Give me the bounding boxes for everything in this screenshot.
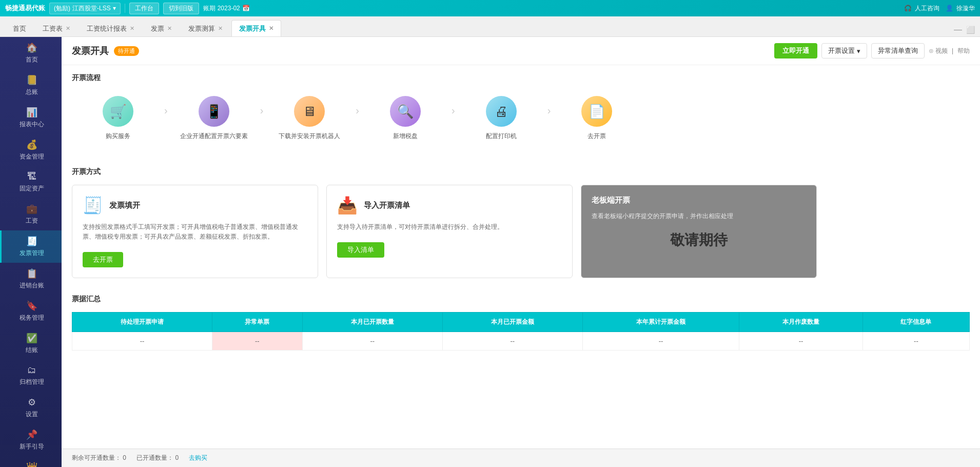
flow-step-issue-invoice[interactable]: 📄 去开票: [551, 96, 643, 141]
flow-step-download-robot[interactable]: 🖥 下载并安装开票机器人: [263, 96, 356, 141]
company-selector[interactable]: (勉励) 江西股堂-LSS ▾: [49, 3, 121, 14]
summary-table: 待处理开票申请 异常单票 本月已开票数量 本月已开票金额 本年累计开票金额 本月…: [72, 312, 970, 351]
cell-year-amt: --: [582, 332, 739, 351]
tab-invoice-calc-label: 发票测算: [188, 24, 215, 33]
flow-step-add-tax-disk[interactable]: 🔍 新增税盘: [359, 96, 452, 141]
headset-icon: 🎧: [904, 5, 912, 12]
sidebar-item-tax[interactable]: 🔖 税务管理: [0, 295, 62, 327]
assets-icon: 🏗: [27, 171, 36, 182]
buy-link[interactable]: 去购买: [189, 454, 207, 462]
sidebar-item-assets[interactable]: 🏗 固定资产: [0, 166, 62, 198]
tab-salary-report[interactable]: 工资统计报表 ✕: [79, 20, 142, 36]
sidebar-item-guide[interactable]: 📌 新手引导: [0, 424, 62, 456]
tab-salary-report-close[interactable]: ✕: [130, 25, 134, 32]
flow-step-config-printer[interactable]: 🖨 配置打印机: [455, 96, 547, 141]
sidebar-item-salary[interactable]: 💼 工资: [0, 198, 62, 230]
tab-invoice-calc[interactable]: 发票测算 ✕: [181, 20, 230, 36]
member-icon: 👑: [26, 461, 37, 467]
tab-bar: 首页 工资表 ✕ 工资统计报表 ✕ 发票 ✕ 发票测算 ✕ 发票开具 ✕ — ⬜: [0, 16, 980, 37]
abnormal-query-button[interactable]: 异常清单查询: [871, 43, 925, 59]
sidebar-item-home-label: 首页: [26, 55, 38, 64]
flow-arrow-1: ›: [164, 105, 168, 116]
go-issue-button[interactable]: 去开票: [83, 252, 123, 267]
tab-salary-report-label: 工资统计报表: [87, 24, 127, 33]
sidebar-item-fund[interactable]: 💰 资金管理: [0, 134, 62, 166]
flow-step-config-enterprise[interactable]: 📱 企业开通配置开票六要素: [168, 96, 260, 141]
tab-home-label: 首页: [13, 24, 26, 33]
tab-salary-table-close[interactable]: ✕: [66, 25, 70, 32]
flow-step-buy-service[interactable]: 🛒 购买服务: [72, 96, 164, 141]
import-list-button[interactable]: 导入清单: [337, 242, 384, 258]
user-icon: 👤: [946, 5, 953, 12]
sidebar-item-report-label: 报表中心: [19, 120, 44, 129]
cell-pending: --: [72, 332, 212, 351]
app-logo: 畅捷通易代账: [5, 4, 45, 13]
cell-void-qty: --: [739, 332, 863, 351]
sidebar-item-archive-label: 归档管理: [19, 378, 44, 386]
config-printer-icon: 🖨: [486, 96, 517, 127]
sidebar-item-archive[interactable]: 🗂 归档管理: [0, 360, 62, 392]
tab-invoice-calc-close[interactable]: ✕: [218, 25, 223, 32]
summary-title: 票据汇总: [72, 295, 970, 304]
sidebar-item-report[interactable]: 📊 报表中心: [0, 102, 62, 134]
sidebar-item-member[interactable]: 👑 畅会员: [0, 456, 62, 467]
tab-restore-icon[interactable]: ⬜: [966, 26, 975, 34]
company-dropdown-icon: ▾: [113, 5, 116, 12]
open-now-button[interactable]: 立即开通: [774, 43, 817, 59]
sidebar-item-checkout[interactable]: ✅ 结账: [0, 327, 62, 360]
buy-service-label: 购买服务: [106, 132, 130, 141]
opened-label: 已开通数量： 0: [136, 454, 179, 462]
page-actions: 立即开通 开票设置 ▾ 异常清单查询 ⊙ 视频 | 帮助: [774, 43, 970, 59]
manual-title: 发票填开: [109, 201, 140, 210]
table-row: -- -- -- -- -- -- --: [72, 332, 970, 351]
tab-invoice-label: 发票: [151, 24, 164, 33]
sidebar-item-ledger[interactable]: 📒 总账: [0, 69, 62, 102]
workspace-button[interactable]: 工作台: [129, 3, 159, 14]
cell-month-qty: --: [302, 332, 442, 351]
settings-icon: ⚙: [28, 397, 36, 408]
methods-section: 开票方式 🧾 发票填开 支持按照发票格式手工填写开发票；可开具增值税电子普通发票…: [62, 159, 980, 286]
top-bar-left: 畅捷通易代账 (勉励) 江西股堂-LSS ▾ 工作台 切到旧版 账期 2023-…: [5, 3, 250, 14]
guide-icon: 📌: [26, 429, 37, 440]
fund-icon: 💰: [26, 139, 37, 150]
sidebar-item-invoice-mgmt[interactable]: 🧾 发票管理: [0, 230, 62, 263]
manual-desc: 支持按照发票格式手工填写开发票；可开具增值税电子普通发票、增值税普通发票、增值税…: [83, 222, 307, 242]
help-video-icon[interactable]: ⊙ 视频: [929, 47, 948, 55]
sidebar: 🏠 首页 📒 总账 📊 报表中心 💰 资金管理 🏗 固定资产 💼 工资 🧾 发票…: [0, 37, 62, 467]
issue-invoice-label: 去开票: [587, 132, 606, 141]
user-profile[interactable]: 👤 徐漩华: [946, 4, 975, 13]
open-settings-button[interactable]: 开票设置 ▾: [821, 43, 867, 59]
support-btn[interactable]: 🎧 人工咨询: [904, 4, 939, 13]
method-card-import-header: 📥 导入开票清单: [337, 196, 562, 215]
issue-invoice-icon: 📄: [581, 96, 612, 127]
tab-invoice[interactable]: 发票 ✕: [143, 20, 180, 36]
col-header-year-amt: 本年累计开票金额: [582, 313, 739, 332]
coming-soon-text: 敬请期待: [670, 230, 728, 250]
page-header: 发票开具 待开通 立即开通 开票设置 ▾ 异常清单查询 ⊙ 视频 | 帮助: [62, 37, 980, 65]
sidebar-item-sales[interactable]: 📋 进销台账: [0, 263, 62, 295]
add-tax-disk-label: 新增税盘: [393, 132, 418, 141]
tab-salary-table[interactable]: 工资表 ✕: [35, 20, 78, 36]
tab-controls: — ⬜: [954, 25, 975, 36]
tab-invoice-issue[interactable]: 发票开具 ✕: [231, 20, 281, 36]
sidebar-item-home[interactable]: 🏠 首页: [0, 37, 62, 69]
tab-minimize-icon[interactable]: —: [954, 25, 962, 34]
sidebar-item-tax-label: 税务管理: [19, 314, 44, 322]
settings-dropdown-icon: ▾: [857, 47, 860, 55]
config-enterprise-label: 企业开通配置开票六要素: [180, 132, 248, 141]
switch-old-button[interactable]: 切到旧版: [163, 3, 199, 14]
main-content: 发票开具 待开通 立即开通 开票设置 ▾ 异常清单查询 ⊙ 视频 | 帮助 开票…: [62, 37, 980, 467]
help-label[interactable]: 帮助: [957, 47, 970, 55]
sidebar-item-settings[interactable]: ⚙ 设置: [0, 392, 62, 424]
tab-home[interactable]: 首页: [5, 20, 34, 36]
tab-invoice-issue-close[interactable]: ✕: [269, 25, 273, 32]
period-selector[interactable]: 账期 2023-02 📅: [203, 4, 250, 13]
sidebar-item-guide-label: 新手引导: [19, 442, 44, 451]
top-bar-right: 🎧 人工咨询 👤 徐漩华: [904, 4, 975, 13]
flow-section: 开票流程 🛒 购买服务 › 📱 企业开通配置开票六要素 › 🖥 下载并安装开票: [62, 65, 980, 159]
tab-invoice-close[interactable]: ✕: [167, 25, 172, 32]
sidebar-item-ledger-label: 总账: [26, 88, 38, 96]
sidebar-item-settings-label: 设置: [26, 410, 38, 419]
flow-arrow-2: ›: [260, 105, 264, 116]
add-tax-disk-icon: 🔍: [390, 96, 421, 127]
